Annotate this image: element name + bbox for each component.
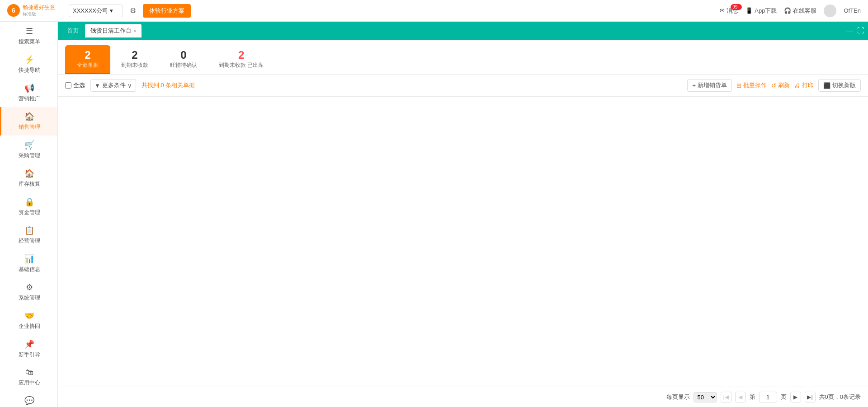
sidebar-item-enterprise[interactable]: 🤝 企业协同 [0,306,57,335]
page-label: 第 [750,393,755,401]
sidebar-item-sales[interactable]: 🏠 销售管理 [0,107,57,136]
chevron-down-icon: ∨ [127,82,132,89]
sidebar-item-app-center[interactable]: 🛍 应用中心 [0,363,57,391]
company-name: XXXXXX公司 [73,7,108,15]
dropdown-icon: ▾ [110,7,113,14]
sidebar-item-label: 系统管理 [19,294,40,302]
print-label: 打印 [802,81,814,89]
stat-num-overdue: 2 [132,49,137,61]
stats-tabs: 2 全部单据 2 到期未收款 0 旺辅待确认 2 到期未收款 已出库 [58,40,868,75]
gear-icon: ⚙ [130,6,136,15]
sidebar-item-label: 快捷导航 [19,66,40,74]
app-download-button[interactable]: 📱 App下载 [745,7,777,15]
tab-close-icon[interactable]: × [133,28,136,33]
sidebar-item-inventory[interactable]: 🏠 库存核算 [0,164,57,192]
purchase-icon: 🛒 [24,140,34,150]
stat-label-all: 全部单据 [77,61,99,69]
sidebar-item-label: 库存核算 [19,180,40,188]
content-area: 2 全部单据 2 到期未收款 0 旺辅待确认 2 到期未收款 已出库 [58,40,868,407]
last-page-button[interactable]: ▶| [805,392,816,402]
top-header: 6 畅捷通好生意 标准版 XXXXXX公司 ▾ ⚙ 体验行业方案 ✉ 消息 99… [0,0,868,22]
sidebar-item-wechat[interactable]: 💬 企业微信 [0,391,57,407]
found-number: 0 [161,82,164,89]
message-button[interactable]: ✉ 消息 99+ [720,7,738,15]
switch-new-version-button[interactable]: ⬛ 切换新版 [818,79,861,92]
sidebar-item-system[interactable]: ⚙ 系统管理 [0,278,57,306]
stat-num-overdue-shipped: 2 [238,49,244,61]
switch-icon: ⬛ [823,82,830,89]
select-all-checkbox[interactable]: 全选 [65,81,85,89]
stat-tab-overdue-unpaid[interactable]: 2 到期未收款 [110,45,159,74]
stat-tab-overdue-shipped[interactable]: 2 到期未收款 已出库 [208,45,274,74]
sidebar-item-operation[interactable]: 📋 经营管理 [0,221,57,249]
service-icon: 🎧 [784,7,791,14]
next-page-button[interactable]: ▶ [790,392,801,402]
per-page-label: 每页显示 [666,393,690,401]
stat-tab-all[interactable]: 2 全部单据 [65,45,110,74]
user-name[interactable]: OfTEn [844,7,861,14]
maximize-button[interactable]: ⛶ [857,27,864,35]
sidebar-item-label: 新手引导 [19,351,40,359]
minimize-button[interactable]: — [846,27,854,35]
table-area [58,97,868,387]
more-conditions-button[interactable]: ▼ 更多条件 ∨ [90,79,136,92]
batch-op-button[interactable]: ⊞ 批量操作 [736,81,767,89]
experience-button[interactable]: 体验行业方案 [143,4,191,18]
prev-page-button[interactable]: ◀ [735,392,746,402]
online-service-button[interactable]: 🎧 在线客服 [784,7,816,15]
page-size-select[interactable]: 20 50 100 [693,392,717,402]
search-icon: ☰ [26,26,33,36]
avatar[interactable] [824,5,836,17]
sidebar-item-capital[interactable]: 🔒 资金管理 [0,192,57,221]
sales-icon: 🏠 [24,112,34,122]
inventory-icon: 🏠 [24,168,34,178]
print-icon: 🖨 [794,82,800,89]
sidebar-item-marketing[interactable]: 📢 营销推广 [0,79,57,107]
tab-cashflow[interactable]: 钱货日清工作台 × [85,24,142,37]
app-version: 标准版 [23,11,55,17]
guide-icon: 📌 [24,339,34,349]
sidebar-item-label: 资金管理 [19,209,40,216]
new-sale-button[interactable]: + 新增销货单 [687,79,732,92]
app-download-label: App下载 [755,7,777,15]
tab-label: 首页 [67,27,79,35]
sidebar-item-label: 基础信息 [19,266,40,273]
pagination: 每页显示 20 50 100 |◀ ◀ 第 页 ▶ ▶| 共0页，0条记录 [58,387,868,407]
refresh-button[interactable]: ↺ 刷新 [771,81,790,89]
refresh-label: 刷新 [778,81,790,89]
main-content: 首页 钱货日清工作台 × — ⛶ 2 全部单据 2 到期未收款 [58,22,868,407]
plus-icon: + [692,82,696,89]
company-selector[interactable]: XXXXXX公司 ▾ [69,5,123,17]
page-input[interactable] [759,392,777,402]
batch-op-label: 批量操作 [743,81,767,89]
tab-bar: 首页 钱货日清工作台 × — ⛶ [58,22,868,40]
select-all-input[interactable] [65,82,71,89]
new-sale-label: 新增销货单 [698,81,727,89]
online-service-label: 在线客服 [793,7,816,15]
select-all-label: 全选 [73,81,85,89]
print-button[interactable]: 🖨 打印 [794,81,814,89]
settings-button[interactable]: ⚙ [127,5,139,17]
main-layout: ☰ 搜索菜单 ⚡ 快捷导航 📢 营销推广 🏠 销售管理 🛒 采购管理 🏠 库存核… [0,22,868,407]
sidebar-item-guide[interactable]: 📌 新手引导 [0,335,57,363]
download-icon: 📱 [745,7,753,14]
stat-label-overdue: 到期未收款 [121,61,148,69]
header-right: ✉ 消息 99+ 📱 App下载 🎧 在线客服 OfTEn [720,5,861,17]
app-center-icon: 🛍 [25,368,33,377]
filter-bar: 全选 ▼ 更多条件 ∨ 共找到 0 条相关单据 + 新增销货单 [58,75,868,97]
message-icon: ✉ [720,7,725,14]
found-prefix: 共找到 [142,82,159,89]
found-count: 共找到 0 条相关单据 [142,81,195,89]
sidebar-item-basic[interactable]: 📊 基础信息 [0,249,57,278]
first-page-button[interactable]: |◀ [721,392,731,402]
sidebar-item-purchase[interactable]: 🛒 采购管理 [0,136,57,164]
sidebar-item-label: 搜索菜单 [19,38,40,46]
stat-tab-pending[interactable]: 0 旺辅待确认 [159,45,208,74]
sidebar-item-search[interactable]: ☰ 搜索菜单 [0,22,57,50]
filter-bar-right: + 新增销货单 ⊞ 批量操作 ↺ 刷新 🖨 打印 [687,79,861,92]
sidebar-item-label: 营销推广 [19,95,40,103]
basic-icon: 📊 [24,254,34,264]
tab-home[interactable]: 首页 [61,24,84,37]
stat-num-all: 2 [85,49,90,61]
sidebar-item-quick-nav[interactable]: ⚡ 快捷导航 [0,50,57,79]
